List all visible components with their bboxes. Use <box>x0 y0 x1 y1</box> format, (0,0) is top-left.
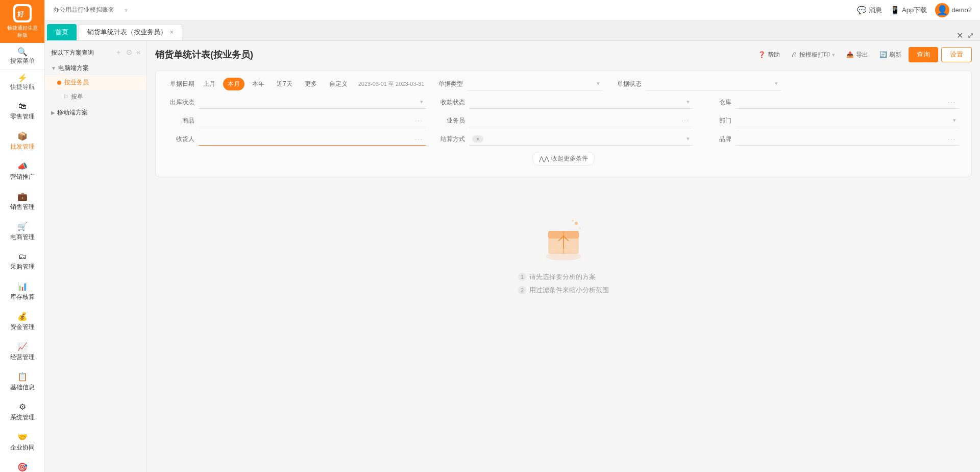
operations-icon: 📈 <box>17 342 28 351</box>
sidebar-finance-label: 资金管理 <box>10 323 35 332</box>
hint-text-2: 用过滤条件来缩小分析范围 <box>529 286 609 295</box>
doc-status-input[interactable]: ▾ <box>646 77 781 90</box>
sidebar-sales-label: 销售管理 <box>10 203 35 211</box>
out-status-caret: ▾ <box>420 99 423 105</box>
panel-add-icon[interactable]: ＋ <box>115 48 122 57</box>
help-btn[interactable]: ❓ 帮助 <box>754 49 784 61</box>
hint-text-1: 请先选择要分析的方案 <box>529 272 596 281</box>
empty-hint-2: 2 用过滤条件来缩小分析范围 <box>518 286 609 295</box>
print-btn[interactable]: 🖨 按模板打印 ▾ <box>787 49 839 61</box>
user-profile-btn[interactable]: 👤 demo2 <box>935 3 972 17</box>
refresh-btn[interactable]: 🔄 刷新 <box>875 49 905 61</box>
sidebar-item-purchase[interactable]: 🗂 采购管理 <box>0 247 44 276</box>
recipient-dots: ··· <box>415 135 423 143</box>
sidebar-quicknav[interactable]: ⚡ 快捷导航 <box>0 70 44 95</box>
settlement-input[interactable]: × ▾ <box>469 132 693 146</box>
recipient-input[interactable]: ··· <box>199 132 426 146</box>
collapse-bar: ⋀⋀ 收起更多条件 <box>164 148 963 170</box>
salesman-dots: ··· <box>681 117 690 124</box>
tab-sales-stats-label: 销货单统计表（按业务员） <box>87 28 167 37</box>
doc-status-label: 单据状态 <box>611 80 642 88</box>
sidebar-search[interactable]: 🔍 搜索菜单 <box>0 43 44 70</box>
panel-item-by-order[interactable]: ⚐ 按单 <box>45 90 146 104</box>
brand-input[interactable]: ··· <box>736 132 959 146</box>
date-btn-more[interactable]: 更多 <box>300 78 322 90</box>
out-status-input[interactable]: ▾ <box>199 96 426 109</box>
product-label: 商品 <box>164 116 194 125</box>
tab-close-icon[interactable]: × <box>170 29 174 36</box>
sidebar-item-marketing[interactable]: 📣 营销推广 <box>0 156 44 186</box>
settlement-tag-close[interactable]: × <box>476 136 479 142</box>
tab-sales-stats[interactable]: 销货单统计表（按业务员） × <box>79 24 182 40</box>
brand-label: 品牌 <box>701 135 731 144</box>
sidebar-item-sales[interactable]: 💼 销售管理 <box>0 186 44 217</box>
panel-order-label: 按单 <box>71 92 83 101</box>
sidebar-item-inventory[interactable]: 📊 库存核算 <box>0 276 44 306</box>
content-area: 按以下方案查询 ＋ ⊙ « ▼ 电脑端方案 按业务员 <box>45 41 980 472</box>
doc-type-caret: ▾ <box>597 80 600 87</box>
sidebar-item-enterprise[interactable]: 🤝 企业协同 <box>0 427 44 457</box>
app-logo[interactable]: 好 畅捷通好生意 标版 <box>0 0 44 43</box>
date-btn-thisyear[interactable]: 本年 <box>248 78 269 90</box>
panel-section-mobile: ▶ 移动端方案 <box>45 105 146 121</box>
export-label: 导出 <box>856 51 868 59</box>
inventory-icon: 📊 <box>17 281 28 291</box>
date-btn-thismonth[interactable]: 本月 <box>223 78 244 90</box>
main-area: 办公用品行业模拟账套 ▾ 💬 消息 📱 App下载 👤 demo2 首页 <box>45 0 980 472</box>
panel-mobile-header[interactable]: ▶ 移动端方案 <box>45 106 146 120</box>
sidebar-item-wholesale[interactable]: 📦 批发管理 <box>0 126 44 156</box>
tab-maximize-icon[interactable]: ⤢ <box>967 31 974 40</box>
panel-mobile-label: 移动端方案 <box>57 108 88 117</box>
collapse-label: 收起更多条件 <box>551 154 588 163</box>
settings-btn[interactable]: 设置 <box>941 47 972 62</box>
dept-caret: ▾ <box>953 117 956 124</box>
sidebar-item-retail[interactable]: 🛍 零售管理 <box>0 97 44 126</box>
date-btn-lastmonth[interactable]: 上月 <box>199 78 220 90</box>
salesman-input[interactable]: ··· <box>469 114 693 127</box>
product-dots: ··· <box>415 117 423 124</box>
panel-item-by-salesman[interactable]: 按业务员 <box>45 75 146 90</box>
sidebar-marketing-label: 营销推广 <box>10 173 35 181</box>
date-filter-group: 上月 本月 本年 近7天 更多 自定义 2023-03-01 至 2023-03… <box>199 78 424 90</box>
export-btn[interactable]: 📤 导出 <box>842 49 872 61</box>
collapse-btn[interactable]: ⋀⋀ 收起更多条件 <box>532 152 595 166</box>
sidebar-item-operations[interactable]: 📈 经营管理 <box>0 337 44 367</box>
panel-salesman-label: 按业务员 <box>64 78 89 87</box>
sidebar-search-label: 搜索菜单 <box>10 57 35 64</box>
panel-refresh-icon[interactable]: ⊙ <box>126 48 132 57</box>
tab-close-window-icon[interactable]: ✕ <box>957 31 963 40</box>
empty-hint-1: 1 请先选择要分析的方案 <box>518 272 609 281</box>
sidebar-item-system[interactable]: ⚙ 系统管理 <box>0 397 44 427</box>
panel-icons: ＋ ⊙ « <box>115 48 140 57</box>
active-dot <box>57 81 61 85</box>
print-dropdown-icon[interactable]: ▾ <box>832 52 835 58</box>
date-btn-7days[interactable]: 近7天 <box>272 78 297 90</box>
svg-point-8 <box>572 220 574 222</box>
date-btn-custom[interactable]: 自定义 <box>325 78 352 90</box>
warehouse-input[interactable]: ··· <box>736 96 959 109</box>
print-label: 按模板打印 <box>799 51 830 59</box>
sidebar: 好 畅捷通好生意 标版 🔍 搜索菜单 ⚡ 快捷导航 🛍 零售管理 📦 批发管理 … <box>0 0 45 472</box>
tab-expand-area: ✕ ⤢ <box>950 31 980 40</box>
empty-text-block: 1 请先选择要分析的方案 2 用过滤条件来缩小分析范围 <box>518 272 609 295</box>
product-input[interactable]: ··· <box>199 114 426 127</box>
panel-collapse-icon[interactable]: « <box>136 48 140 57</box>
finance-icon: 💰 <box>17 312 28 321</box>
sidebar-item-finance[interactable]: 💰 资金管理 <box>0 306 44 337</box>
app-download-btn[interactable]: 📱 App下载 <box>890 6 927 15</box>
query-btn[interactable]: 查询 <box>909 47 938 62</box>
sidebar-item-newguide[interactable]: 🎯 新手引导 <box>0 457 44 472</box>
salesman-label: 业务员 <box>434 116 465 125</box>
sidebar-item-ecommerce[interactable]: 🛒 电商管理 <box>0 217 44 247</box>
doc-type-input[interactable]: ▾ <box>467 77 602 90</box>
message-btn[interactable]: 💬 消息 <box>857 6 882 15</box>
print-icon: 🖨 <box>791 51 797 58</box>
panel-desktop-header[interactable]: ▼ 电脑端方案 <box>45 61 146 75</box>
collect-status-input[interactable]: ▾ <box>469 96 693 109</box>
dept-input[interactable]: ▾ <box>736 114 959 127</box>
panel-desktop-expand-icon: ▼ <box>51 65 56 71</box>
tab-home[interactable]: 首页 <box>47 24 77 40</box>
sidebar-item-basic[interactable]: 📋 基础信息 <box>0 367 44 397</box>
purchase-icon: 🗂 <box>18 252 27 261</box>
sidebar-system-label: 系统管理 <box>10 413 35 422</box>
